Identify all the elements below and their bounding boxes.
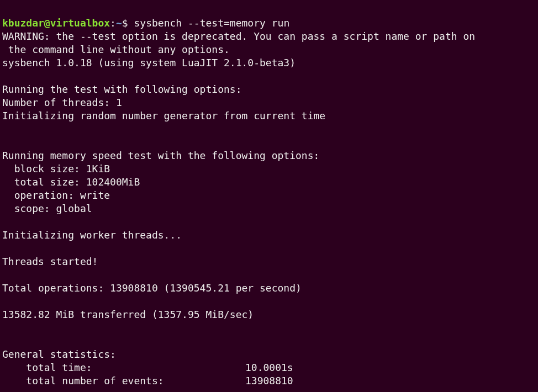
output-scope: scope: global	[2, 203, 92, 214]
prompt-at: @	[44, 17, 50, 29]
stat-total-time-value: 10.0001s	[245, 362, 293, 373]
stat-total-events-value: 13908810	[245, 375, 293, 386]
output-operation: operation: write	[2, 189, 110, 201]
terminal-output[interactable]: kbuzdar@virtualbox:~$ sysbench --test=me…	[0, 0, 538, 391]
output-total-time: total time:10.0001s	[2, 361, 293, 374]
output-gen-stats: General statistics:	[2, 348, 116, 360]
prompt-colon: :	[110, 17, 116, 29]
output-threads-started: Threads started!	[2, 256, 98, 267]
prompt-path: ~	[116, 17, 122, 29]
output-init-workers: Initializing worker threads...	[2, 229, 182, 241]
output-version: sysbench 1.0.18 (using system LuaJIT 2.1…	[2, 57, 296, 68]
prompt-host: virtualbox	[50, 17, 110, 29]
output-transferred: 13582.82 MiB transferred (1357.95 MiB/se…	[2, 309, 254, 320]
output-total-size: total size: 102400MiB	[2, 176, 140, 188]
output-warning-line2: the command line without any options.	[2, 44, 230, 55]
output-warning-line1: WARNING: the --test option is deprecated…	[2, 30, 475, 42]
output-threads: Number of threads: 1	[2, 97, 122, 108]
stat-total-time-label: total time:	[2, 361, 245, 374]
stat-total-events-label: total number of events:	[2, 374, 245, 388]
output-mem-header: Running memory speed test with the follo…	[2, 150, 319, 161]
output-total-events: total number of events:13908810	[2, 374, 293, 388]
command-text: sysbench --test=memory run	[134, 17, 289, 29]
prompt-symbol: $	[122, 17, 134, 29]
prompt-user: kbuzdar	[2, 17, 44, 29]
output-total-ops: Total operations: 13908810 (1390545.21 p…	[2, 282, 302, 294]
output-rng: Initializing random number generator fro…	[2, 110, 325, 121]
output-block-size: block size: 1KiB	[2, 163, 110, 174]
prompt-line: kbuzdar@virtualbox:~$ sysbench --test=me…	[2, 17, 289, 29]
output-options-header: Running the test with following options:	[2, 83, 241, 95]
